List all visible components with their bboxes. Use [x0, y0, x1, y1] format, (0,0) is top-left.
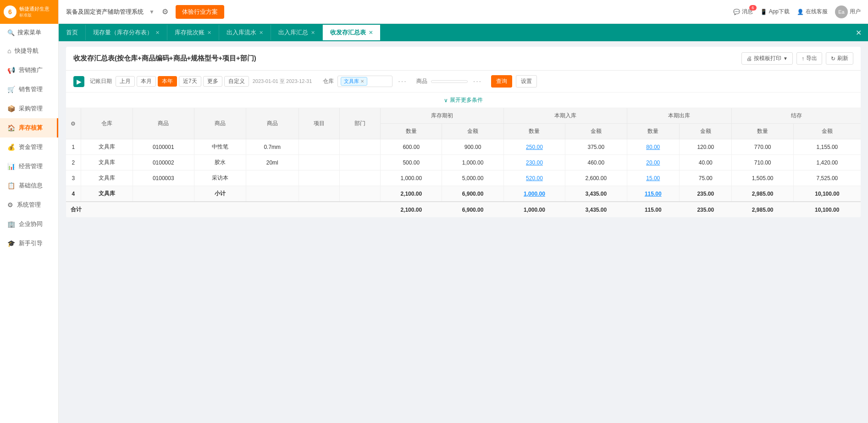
- warehouse-tag-close[interactable]: ✕: [360, 79, 364, 84]
- export-icon: ↑: [802, 55, 804, 62]
- footer-in-qty: 1,000.00: [503, 202, 565, 217]
- cell-in-qty[interactable]: 230.00: [503, 155, 565, 170]
- this-year-btn[interactable]: 本年: [158, 76, 177, 87]
- tab-label: 出入库汇总: [278, 28, 308, 37]
- expand-conditions-button[interactable]: ∨ 展开更多条件: [440, 94, 487, 106]
- top-bar: 装备及固定资产辅助管理系统 ▼ ⚙ 体验行业方案 💬 消息 6 📱 App下载 …: [59, 0, 868, 24]
- online-service-action[interactable]: 👤 在线客服: [797, 8, 828, 16]
- app-subtitle: 标准版: [19, 12, 50, 18]
- sidebar-search[interactable]: 🔍 搜索菜单: [0, 24, 58, 41]
- sidebar-item-enterprise[interactable]: 🏢 企业协同: [0, 214, 58, 234]
- cell-dept: [339, 170, 380, 186]
- user-action[interactable]: Ea 用户: [835, 5, 861, 18]
- experience-button[interactable]: 体验行业方案: [176, 5, 224, 19]
- refresh-button[interactable]: ↻ 刷新: [826, 52, 853, 65]
- tab-close-icon[interactable]: ✕: [155, 30, 160, 36]
- tab-home[interactable]: 首页: [59, 25, 86, 40]
- table-row: 2文具库0100002胶水20ml500.001,000.00230.00460…: [66, 155, 861, 170]
- table-header-group-row: ⚙ 仓库 商品 商品 商品 项目 部门 库存期初 本期入库 本期出库 结存: [66, 108, 861, 124]
- system-name-text: 装备及固定资产辅助管理系统: [66, 8, 144, 16]
- last-7days-btn[interactable]: 近7天: [179, 76, 201, 87]
- product-label: 商品: [416, 77, 427, 85]
- tab-batch[interactable]: 库存批次账 ✕: [167, 25, 219, 40]
- tab-close-icon[interactable]: ✕: [311, 30, 315, 36]
- cell-in-qty[interactable]: 1,000.00: [503, 186, 565, 202]
- sidebar-item-label: 企业协同: [19, 220, 43, 228]
- last-month-btn[interactable]: 上月: [116, 76, 135, 87]
- tab-receive-issue[interactable]: 收发存汇总表 ✕: [323, 25, 380, 40]
- sidebar-item-basic-info[interactable]: 📋 基础信息: [0, 176, 58, 195]
- gear-icon[interactable]: ⚙: [160, 5, 170, 18]
- online-service-label: 在线客服: [806, 8, 828, 16]
- cell-out-amt: 120.00: [679, 139, 731, 155]
- table-row: 4文具库小计2,100.006,900.001,000.003,435.0011…: [66, 186, 861, 202]
- export-button[interactable]: ↑ 导出: [796, 52, 822, 65]
- cell-opening-qty: 600.00: [381, 139, 442, 155]
- sidebar-item-finance[interactable]: 💰 资金管理: [0, 137, 58, 157]
- cell-in-amt: 460.00: [565, 155, 627, 170]
- tab-inventory-dist[interactable]: 现存量（库存分布表） ✕: [86, 25, 167, 40]
- tab-bar-close-icon[interactable]: ✕: [849, 25, 868, 41]
- warehouse-filter-container[interactable]: 文具库 ✕: [337, 76, 393, 87]
- sidebar-item-inventory[interactable]: 🏠 库存核算: [0, 118, 58, 137]
- more-dates-btn[interactable]: 更多: [203, 76, 222, 87]
- cell-code: 0100003: [133, 170, 194, 186]
- query-button[interactable]: 查询: [491, 75, 512, 88]
- sidebar-item-sales[interactable]: 🛒 销售管理: [0, 80, 58, 99]
- cell-out-qty[interactable]: 15.00: [627, 170, 679, 186]
- filter-toggle-button[interactable]: ▶: [73, 76, 84, 87]
- this-month-btn[interactable]: 本月: [137, 76, 156, 87]
- th-in-qty: 数量: [503, 124, 565, 139]
- sidebar-item-label: 系统管理: [17, 201, 41, 209]
- message-badge: 6: [749, 5, 757, 11]
- warehouse-more-dots[interactable]: ···: [396, 77, 409, 86]
- th-name: 商品: [194, 108, 246, 139]
- cell-name: 中性笔: [194, 139, 246, 155]
- print-template-button[interactable]: 🖨 按模板打印 ▼: [741, 52, 793, 65]
- th-out-qty: 数量: [627, 124, 679, 139]
- sidebar-item-quick-nav[interactable]: ⌂ 快捷导航: [0, 41, 58, 60]
- cell-opening-amt: 5,000.00: [442, 170, 503, 186]
- cell-in-qty[interactable]: 520.00: [503, 170, 565, 186]
- finance-icon: 💰: [7, 143, 15, 151]
- sidebar-item-operations[interactable]: 📊 经营管理: [0, 157, 58, 176]
- tab-close-icon[interactable]: ✕: [259, 30, 263, 36]
- cell-in-qty[interactable]: 250.00: [503, 139, 565, 155]
- cell-out-qty[interactable]: 20.00: [627, 155, 679, 170]
- operations-icon: 📊: [7, 163, 15, 170]
- th-closing-amt: 金额: [793, 124, 861, 139]
- tab-close-icon[interactable]: ✕: [369, 30, 373, 36]
- avatar: Ea: [835, 5, 848, 18]
- app-download-action[interactable]: 📱 App下载: [760, 8, 790, 16]
- cell-out-qty[interactable]: 115.00: [627, 186, 679, 202]
- cell-warehouse: 文具库: [81, 139, 133, 155]
- th-spec: 商品: [246, 108, 299, 139]
- top-bar-actions: 💬 消息 6 📱 App下载 👤 在线客服 Ea 用户: [733, 5, 861, 18]
- sidebar-item-system[interactable]: ⚙ 系统管理: [0, 195, 58, 214]
- tab-flow[interactable]: 出入库流水 ✕: [219, 25, 271, 40]
- product-filter-container[interactable]: [431, 80, 468, 83]
- th-in-group: 本期入库: [503, 108, 627, 124]
- message-action[interactable]: 💬 消息 6: [733, 8, 753, 16]
- product-more-dots[interactable]: ···: [471, 77, 484, 86]
- custom-date-btn[interactable]: 自定义: [224, 76, 249, 87]
- user-label: 用户: [850, 8, 861, 16]
- sidebar-item-guide[interactable]: 🎓 新手引导: [0, 234, 58, 253]
- footer-out-qty: 115.00: [627, 202, 679, 217]
- page-title: 收发存汇总表(按仓库+商品编码+商品+规格型号+项目+部门): [73, 54, 256, 63]
- tab-summary[interactable]: 出入库汇总 ✕: [271, 25, 323, 40]
- sidebar-item-purchase[interactable]: 📦 采购管理: [0, 99, 58, 118]
- cell-spec: 0.7mm: [246, 139, 299, 155]
- cell-project: [299, 170, 339, 186]
- cell-opening-qty: 500.00: [381, 155, 442, 170]
- settings-button[interactable]: 设置: [516, 75, 537, 88]
- sidebar-item-label: 销售管理: [19, 85, 43, 93]
- basicinfo-icon: 📋: [7, 182, 15, 189]
- purchase-icon: 📦: [7, 105, 15, 112]
- cell-no: 3: [66, 170, 81, 186]
- th-settings[interactable]: ⚙: [66, 108, 81, 139]
- sidebar-item-marketing[interactable]: 📢 营销推广: [0, 60, 58, 80]
- cell-out-qty[interactable]: 80.00: [627, 139, 679, 155]
- cell-opening-amt: 6,900.00: [442, 186, 503, 202]
- tab-close-icon[interactable]: ✕: [207, 30, 211, 36]
